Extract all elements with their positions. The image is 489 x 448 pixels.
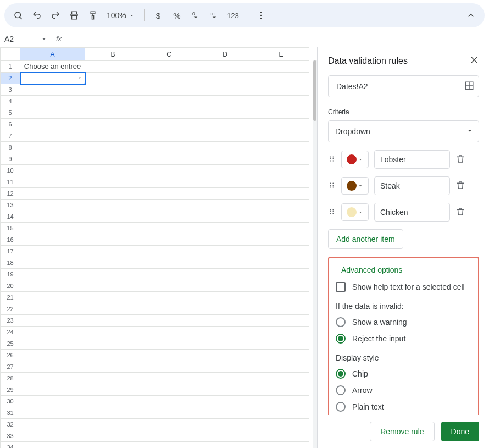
cell-A12[interactable] — [20, 188, 85, 200]
cell-C20[interactable] — [141, 280, 197, 292]
column-header-C[interactable]: C — [141, 48, 197, 61]
cell-E29[interactable] — [253, 384, 309, 396]
cell-D19[interactable] — [197, 269, 253, 280]
cell-C4[interactable] — [141, 96, 197, 107]
cell-B33[interactable] — [85, 430, 141, 442]
increase-decimal-icon[interactable]: .00 — [206, 7, 223, 24]
select-range-icon[interactable] — [464, 81, 474, 92]
cell-E16[interactable] — [253, 234, 309, 246]
fill-handle[interactable] — [84, 82, 85, 84]
cell-C17[interactable] — [141, 246, 197, 257]
cell-A31[interactable] — [20, 407, 85, 419]
drag-handle-icon[interactable] — [328, 180, 336, 192]
cell-A4[interactable] — [20, 96, 85, 107]
done-button[interactable]: Done — [441, 422, 479, 441]
cell-B14[interactable] — [85, 211, 141, 223]
cell-C15[interactable] — [141, 223, 197, 234]
display-style-option[interactable]: Plain text — [336, 402, 471, 412]
cell-D26[interactable] — [197, 350, 253, 361]
cell-D30[interactable] — [197, 396, 253, 407]
cell-A23[interactable] — [20, 315, 85, 327]
cell-E30[interactable] — [253, 396, 309, 407]
cell-B20[interactable] — [85, 280, 141, 292]
cell-A28[interactable] — [20, 373, 85, 384]
cell-A26[interactable] — [20, 350, 85, 361]
cell-D11[interactable] — [197, 176, 253, 188]
row-header-30[interactable]: 30 — [1, 396, 20, 407]
cell-B24[interactable] — [85, 327, 141, 338]
collapse-toolbar-icon[interactable] — [463, 7, 479, 24]
cell-B17[interactable] — [85, 246, 141, 257]
spreadsheet-grid[interactable]: ABCDE1Choose an entree2 3456789101112131… — [0, 47, 318, 448]
cell-C8[interactable] — [141, 142, 197, 153]
cell-A17[interactable] — [20, 246, 85, 257]
cell-E34[interactable] — [253, 442, 309, 449]
display-style-option[interactable]: Arrow — [336, 385, 471, 395]
cell-E14[interactable] — [253, 211, 309, 223]
cell-C12[interactable] — [141, 188, 197, 200]
cell-E9[interactable] — [253, 153, 309, 165]
cell-A1[interactable]: Choose an entree — [20, 61, 85, 73]
row-header-13[interactable]: 13 — [1, 200, 20, 211]
cell-D8[interactable] — [197, 142, 253, 153]
cell-A21[interactable] — [20, 292, 85, 303]
cell-E15[interactable] — [253, 223, 309, 234]
cell-E31[interactable] — [253, 407, 309, 419]
cell-D24[interactable] — [197, 327, 253, 338]
cell-D32[interactable] — [197, 419, 253, 430]
cell-B10[interactable] — [85, 165, 141, 176]
cell-A25[interactable] — [20, 338, 85, 350]
row-header-14[interactable]: 14 — [1, 211, 20, 223]
cell-E28[interactable] — [253, 373, 309, 384]
delete-item-icon[interactable] — [455, 207, 465, 218]
cell-D10[interactable] — [197, 165, 253, 176]
cell-B9[interactable] — [85, 153, 141, 165]
criteria-select[interactable]: Dropdown — [328, 120, 479, 142]
cell-C6[interactable] — [141, 119, 197, 130]
cell-B30[interactable] — [85, 396, 141, 407]
row-header-10[interactable]: 10 — [1, 165, 20, 176]
row-header-26[interactable]: 26 — [1, 350, 20, 361]
row-header-8[interactable]: 8 — [1, 142, 20, 153]
add-item-button[interactable]: Add another item — [328, 229, 403, 249]
row-header-32[interactable]: 32 — [1, 419, 20, 430]
row-header-34[interactable]: 34 — [1, 442, 20, 449]
cell-D1[interactable] — [197, 61, 253, 73]
cell-B6[interactable] — [85, 119, 141, 130]
row-header-29[interactable]: 29 — [1, 384, 20, 396]
cell-E26[interactable] — [253, 350, 309, 361]
cell-E17[interactable] — [253, 246, 309, 257]
cell-B13[interactable] — [85, 200, 141, 211]
cell-C9[interactable] — [141, 153, 197, 165]
cell-C34[interactable] — [141, 442, 197, 449]
row-header-12[interactable]: 12 — [1, 188, 20, 200]
column-header-A[interactable]: A — [20, 48, 85, 61]
range-input[interactable] — [335, 81, 464, 91]
help-text-checkbox[interactable]: Show help text for a selected cell — [336, 282, 471, 292]
cell-B11[interactable] — [85, 176, 141, 188]
drag-handle-icon[interactable] — [328, 154, 336, 165]
cell-E7[interactable] — [253, 130, 309, 142]
item-color-picker[interactable] — [341, 177, 369, 195]
cell-C19[interactable] — [141, 269, 197, 280]
cell-C31[interactable] — [141, 407, 197, 419]
cell-C11[interactable] — [141, 176, 197, 188]
undo-icon[interactable] — [29, 7, 45, 24]
row-header-15[interactable]: 15 — [1, 223, 20, 234]
cell-B26[interactable] — [85, 350, 141, 361]
cell-D15[interactable] — [197, 223, 253, 234]
cell-D14[interactable] — [197, 211, 253, 223]
cell-E20[interactable] — [253, 280, 309, 292]
cell-D17[interactable] — [197, 246, 253, 257]
cell-D22[interactable] — [197, 303, 253, 315]
cell-D33[interactable] — [197, 430, 253, 442]
cell-B31[interactable] — [85, 407, 141, 419]
row-header-21[interactable]: 21 — [1, 292, 20, 303]
cell-A15[interactable] — [20, 223, 85, 234]
cell-A2[interactable] — [20, 73, 85, 84]
cell-C10[interactable] — [141, 165, 197, 176]
cell-C25[interactable] — [141, 338, 197, 350]
cell-E4[interactable] — [253, 96, 309, 107]
cell-D12[interactable] — [197, 188, 253, 200]
cell-B22[interactable] — [85, 303, 141, 315]
